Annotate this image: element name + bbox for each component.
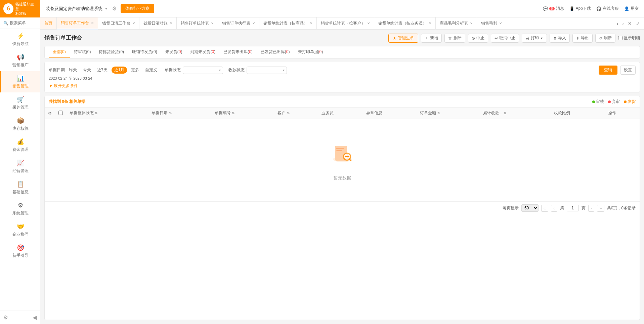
smart-generate-btn[interactable]: ★ 智能生单: [388, 34, 418, 43]
tab-cash-daily[interactable]: 钱货日清工作台✕: [98, 17, 139, 30]
cancel-stop-btn[interactable]: ↩ 取消中止: [491, 34, 519, 43]
topbar-title: 装备及固定资产辅助管理系统 ▼: [46, 6, 108, 12]
add-btn[interactable]: ＋ 新增: [421, 34, 442, 43]
sidebar-item-enterprise[interactable]: 🤝企业协同: [0, 219, 40, 241]
tab-sales-stat[interactable]: 销售订单统计表✕: [177, 17, 218, 30]
date-option-昨天[interactable]: 昨天: [67, 67, 79, 74]
bill-status-select[interactable]: [183, 67, 223, 74]
refresh-icon: ↻: [599, 36, 602, 41]
sort-bill-status-icon[interactable]: ⇅: [95, 111, 97, 115]
export-btn[interactable]: ⬇ 导出: [572, 34, 593, 43]
sidebar-item-sales[interactable]: 📊销售管理: [0, 71, 40, 92]
tab-scroll-left-btn[interactable]: ‹: [615, 20, 620, 27]
subtab-not-shipped[interactable]: 未发货(0): [161, 46, 186, 58]
refresh-btn[interactable]: ↻ 刷新: [595, 34, 615, 43]
subtab-shipped-stocked[interactable]: 已发货已出库(0): [257, 46, 294, 58]
tab-close-sales-stat[interactable]: ✕: [211, 22, 214, 25]
import-btn[interactable]: ⬆ 导入: [550, 34, 570, 43]
column-settings-icon[interactable]: ⚙: [48, 111, 52, 116]
sidebar-item-system[interactable]: ⚙系统管理: [0, 198, 40, 219]
date-option-今天[interactable]: 今天: [81, 67, 93, 74]
tab-sales-summary-customer[interactable]: 销货单统计表（按客户）✕: [317, 17, 374, 30]
sort-order-amount-icon[interactable]: ⇅: [437, 111, 440, 115]
sort-customer-icon[interactable]: ⇅: [287, 111, 290, 115]
sidebar-item-quick-nav[interactable]: ⚡快捷导航: [0, 29, 40, 50]
tab-sales-summary-staff[interactable]: 销货单统计表（按业务员）✕: [374, 17, 436, 30]
tab-sales-workbench[interactable]: 销售订单工作台✕: [57, 17, 98, 30]
tab-cash-reconcile[interactable]: 钱货日清对账✕: [139, 17, 177, 30]
sort-bill-date-icon[interactable]: ⇅: [169, 111, 172, 115]
select-all-checkbox[interactable]: [58, 111, 63, 115]
tab-close-product-margin[interactable]: ✕: [470, 22, 473, 25]
industry-btn[interactable]: 体验行业方案: [121, 4, 154, 13]
subtab-not-printed[interactable]: 未打印单据(0): [294, 46, 327, 58]
per-page-select[interactable]: 102050100: [521, 204, 539, 212]
sort-bill-no-icon[interactable]: ⇅: [232, 111, 234, 115]
user-btn[interactable]: 👤 用友: [624, 6, 639, 11]
sidebar-item-label: 系统管理: [12, 210, 29, 216]
sidebar-item-purchase[interactable]: 🛒采购管理: [0, 92, 40, 114]
date-option-近7天[interactable]: 近7天: [95, 67, 110, 74]
sort-cumulative-icon[interactable]: ⇅: [504, 111, 506, 115]
tab-close-sales-profit[interactable]: ✕: [499, 22, 502, 25]
sidebar-item-marketing[interactable]: 📢营销推广: [0, 50, 40, 71]
online-service-btn[interactable]: 🎧 在线客服: [596, 6, 619, 11]
sidebar-item-guide[interactable]: 🎯新手引导: [0, 241, 40, 262]
expand-filter-btn[interactable]: ▼ 展开更多条件: [49, 83, 636, 89]
import-icon: ⬆: [553, 36, 557, 41]
tab-home[interactable]: 首页: [40, 17, 57, 30]
subtab-overdue-not-shipped[interactable]: 到期未发货(0): [186, 46, 219, 58]
cancel-audit-btn[interactable]: 弃审: [608, 99, 620, 105]
subtab-pending-inspect[interactable]: 待拣货验货(0): [95, 46, 128, 58]
topbar-gear-icon[interactable]: ⚙: [112, 5, 117, 12]
search-menu[interactable]: 🔍 搜索菜单: [0, 17, 40, 29]
prev-page-btn[interactable]: ‹: [551, 205, 557, 212]
tab-fullscreen-btn[interactable]: ⤢: [635, 20, 641, 27]
tab-product-margin[interactable]: 商品毛利分析表✕: [436, 17, 477, 30]
settings-icon[interactable]: ⚙: [3, 314, 8, 321]
tab-close-sales-summary-staff[interactable]: ✕: [429, 22, 431, 25]
tab-close-sales-workbench[interactable]: ✕: [91, 21, 94, 25]
show-detail-label[interactable]: 显示明细: [618, 35, 640, 41]
sidebar-item-finance[interactable]: 💰资金管理: [0, 135, 40, 156]
last-page-btn[interactable]: »: [597, 205, 604, 212]
page-input[interactable]: [567, 205, 579, 211]
tab-sales-summary-product[interactable]: 销货单统计表（按商品）✕: [259, 17, 317, 30]
show-detail-checkbox[interactable]: [618, 36, 622, 40]
topbar-dropdown-arrow[interactable]: ▼: [104, 7, 108, 10]
tab-scroll-right-btn[interactable]: ›: [621, 20, 625, 27]
sidebar-item-operations[interactable]: 📈经营管理: [0, 156, 40, 177]
app-download-btn[interactable]: 📱 App下载: [569, 6, 591, 11]
print-btn[interactable]: 🖨 打印 ▼: [522, 34, 547, 43]
tab-close-sales-exec[interactable]: ✕: [252, 22, 255, 25]
tab-close-all-btn[interactable]: ✕: [627, 20, 633, 27]
tab-close-cash-daily[interactable]: ✕: [132, 22, 135, 25]
date-option-近1月[interactable]: 近1月: [112, 67, 127, 74]
subtab-wangpu-pending-ship[interactable]: 旺铺待发货(0): [128, 46, 161, 58]
sidebar-item-inventory[interactable]: 📦库存核算: [0, 114, 40, 135]
sidebar-item-basic-info[interactable]: 📋基础信息: [0, 177, 40, 198]
audit-btn[interactable]: 审核: [592, 99, 604, 105]
tab-close-cash-reconcile[interactable]: ✕: [170, 22, 172, 25]
tab-sales-exec[interactable]: 销售订单执行表✕: [218, 17, 259, 30]
subtab-pending-review[interactable]: 待审核(0): [70, 46, 95, 58]
tab-close-sales-summary-customer[interactable]: ✕: [367, 22, 370, 25]
tab-close-sales-summary-product[interactable]: ✕: [310, 22, 312, 25]
delete-btn[interactable]: 🗑 删除: [444, 34, 465, 43]
next-page-btn[interactable]: ›: [588, 205, 594, 212]
settings-filter-btn[interactable]: 设置: [620, 66, 636, 75]
collapse-icon[interactable]: ◀: [33, 314, 37, 321]
first-page-btn[interactable]: «: [541, 205, 548, 212]
query-btn[interactable]: 查询: [599, 66, 617, 75]
date-option-自定义[interactable]: 自定义: [143, 67, 159, 74]
subtab-shipped-not-stocked[interactable]: 已发货未出库(0): [219, 46, 257, 58]
subtab-label: 未打印单据(0): [298, 49, 323, 54]
tab-sales-profit[interactable]: 销售毛利✕: [477, 17, 506, 30]
date-option-更多[interactable]: 更多: [129, 67, 141, 74]
subtab-all[interactable]: 全部(0): [49, 46, 70, 58]
message-btn[interactable]: 💬 6 消息: [543, 6, 564, 11]
stop-btn[interactable]: ⊘ 中止: [468, 34, 488, 43]
payment-status-select[interactable]: [247, 67, 287, 74]
ship-btn[interactable]: 发货: [624, 99, 636, 105]
sidebar-item-label: 销售管理: [12, 83, 29, 89]
